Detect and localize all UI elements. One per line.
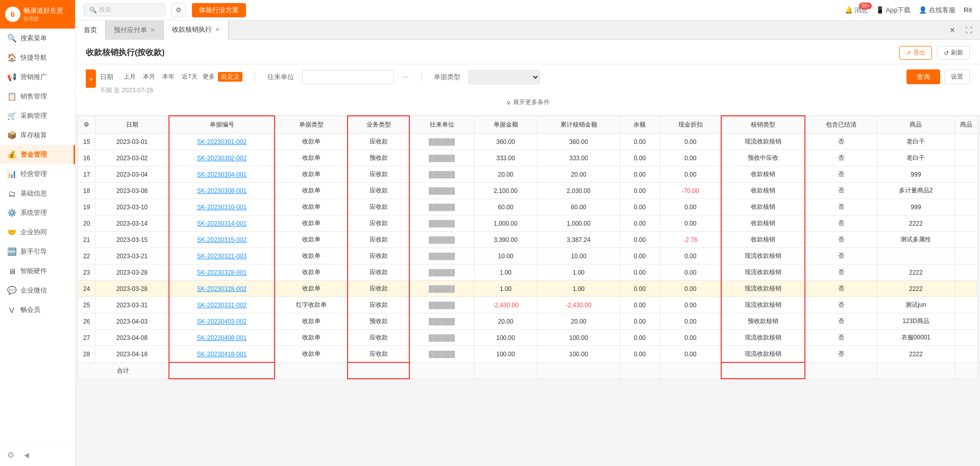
cell-sn[interactable]: SK-20230403-002 <box>169 313 275 330</box>
expand-more-btn[interactable]: ∨ 展开更多条件 <box>506 98 550 107</box>
partner-more-btn[interactable]: ··· <box>402 72 409 82</box>
cell-type: 收款单 <box>275 134 347 150</box>
message-btn[interactable]: 🔔 消息 99+ <box>845 6 868 15</box>
sidebar-item-inventory[interactable]: 📦库存核算 <box>0 126 75 145</box>
tab-prepay[interactable]: 预付应付单 ✕ <box>106 20 164 40</box>
sidebar-item-wechat[interactable]: 💬企业微信 <box>0 281 75 300</box>
cell-sn[interactable]: SK-20230418-001 <box>169 346 275 363</box>
cell-cash-discount: 0.00 <box>660 297 722 313</box>
sidebar-item-basic[interactable]: 🗂基础信息 <box>0 184 75 203</box>
cell-biz-type: 应收款 <box>348 264 410 281</box>
service-btn[interactable]: 👤 在线客服 <box>919 6 955 15</box>
filter-area: » 日期 上月 本月 本年 近7天 更多 自定义 往来单位 <box>76 64 980 115</box>
date-more[interactable]: 更多 <box>203 72 215 81</box>
enterprise-icon: 🤝 <box>7 228 16 237</box>
cell-product2 <box>955 264 978 281</box>
cell-include-cleared: 否 <box>805 248 877 264</box>
tab-receipt[interactable]: 收款核销执行 ✕ <box>164 20 229 40</box>
sidebar-item-operations[interactable]: 📊经营管理 <box>0 164 75 184</box>
type-select[interactable] <box>469 70 540 84</box>
cell-date: 2023-04-03 <box>95 313 169 330</box>
sidebar-item-marketing[interactable]: 📢营销推广 <box>0 67 75 87</box>
cell-no: 18 <box>78 183 95 199</box>
query-btn[interactable]: 查询 <box>906 69 940 84</box>
solution-btn[interactable]: 体验行业方案 <box>192 3 246 17</box>
sidebar-logo: 6 畅康道好生意 标准版 <box>0 0 75 29</box>
sidebar-item-search[interactable]: 🔍搜索菜单 <box>0 29 75 48</box>
sidebar-item-sales[interactable]: 📋销售管理 <box>0 87 75 106</box>
topbar-search[interactable]: 🔍 搜索 <box>84 4 165 16</box>
cell-product2 <box>955 215 978 232</box>
cell-sn[interactable]: SK-20230408-001 <box>169 330 275 346</box>
date-custom-btn[interactable]: 自定义 <box>218 72 242 82</box>
cell-amount: 20.00 <box>474 166 537 183</box>
cell-balance: 0.00 <box>620 248 659 264</box>
cell-biz-type: 应收款 <box>348 183 410 199</box>
date-this-year[interactable]: 本年 <box>160 71 177 82</box>
sidebar-item-purchase[interactable]: 🛒采购管理 <box>0 106 75 126</box>
cell-cancel-amount: 333.00 <box>537 150 620 166</box>
cell-no: 17 <box>78 166 95 183</box>
sidebar-label-enterprise: 企业协同 <box>20 228 47 237</box>
cell-cancel-type: 预收款核销 <box>721 313 804 330</box>
date-this-month[interactable]: 本月 <box>141 71 157 82</box>
tab-prepay-close[interactable]: ✕ <box>150 27 155 34</box>
cell-cancel-type: 预收中应收 <box>721 150 804 166</box>
cell-product: 衣服00001 <box>877 330 954 346</box>
cell-amount: 360.00 <box>474 134 537 150</box>
cell-sn[interactable]: SK-20230308-001 <box>169 183 275 199</box>
cell-sn[interactable]: SK-20230328-002 <box>169 281 275 297</box>
tab-home[interactable]: 首页 <box>76 20 106 40</box>
sidebar-bottom[interactable]: ⚙ ◀ <box>0 443 75 466</box>
table-container[interactable]: ⚙ 日期 单据编号 单据类型 业务类型 往来单位 单据金额 累计核销金额 余额 … <box>76 115 980 466</box>
refresh-icon: ↺ <box>944 50 949 57</box>
cell-cancel-amount: 100.00 <box>537 330 620 346</box>
settings-btn[interactable]: 设置 <box>944 69 970 84</box>
cell-date: 2023-03-21 <box>95 248 169 264</box>
cell-sn[interactable]: SK-20230314-001 <box>169 215 275 232</box>
cell-sn[interactable]: SK-20230321-003 <box>169 248 275 264</box>
sidebar-label-marketing: 营销推广 <box>20 72 47 82</box>
refresh-btn[interactable]: ↺ 刷新 <box>937 46 970 60</box>
sidebar-item-finance[interactable]: 💰资金管理 <box>0 145 75 164</box>
sidebar-label-wechat: 企业微信 <box>20 286 47 295</box>
cell-sn[interactable]: SK-20230302-002 <box>169 150 275 166</box>
tab-close-window-btn[interactable]: ✕ <box>946 24 959 36</box>
cell-sn[interactable]: SK-20230328-001 <box>169 264 275 281</box>
sidebar-item-enterprise[interactable]: 🤝企业协同 <box>0 223 75 242</box>
cell-sn[interactable]: SK-20230304-001 <box>169 166 275 183</box>
settings-icon[interactable]: ⚙ <box>7 450 14 460</box>
th-product: 商品 <box>877 116 954 134</box>
cell-partner: ██████ <box>409 264 474 281</box>
sidebar-item-member[interactable]: V畅会员 <box>0 300 75 320</box>
tab-expand-btn[interactable]: ⛶ <box>963 24 975 36</box>
cell-balance: 0.00 <box>620 330 659 346</box>
content: 收款核销执行(按收款) ↗ 导出 ↺ 刷新 » <box>76 40 980 466</box>
app-download-btn[interactable]: 📱 App下载 <box>876 6 911 15</box>
partner-input[interactable] <box>302 70 394 84</box>
cell-no: 23 <box>78 264 95 281</box>
system-icon: ⚙️ <box>7 208 16 217</box>
settings-gear-btn[interactable]: ⚙ <box>172 3 186 17</box>
cell-sn[interactable]: SK-20230301-002 <box>169 134 275 150</box>
tab-receipt-close[interactable]: ✕ <box>215 26 220 33</box>
sidebar-item-hardware[interactable]: 🖥智能硬件 <box>0 261 75 281</box>
cell-type: 红字收款单 <box>275 297 347 313</box>
cell-partner: ██████ <box>409 232 474 248</box>
cell-sn[interactable]: SK-20230310-001 <box>169 199 275 215</box>
export-btn[interactable]: ↗ 导出 <box>899 46 932 60</box>
filter-collapse-btn[interactable]: » <box>86 69 96 88</box>
cell-sn[interactable]: SK-20230331-002 <box>169 297 275 313</box>
date-last-month[interactable]: 上月 <box>121 71 138 82</box>
cell-sn[interactable]: SK-20230315-002 <box>169 232 275 248</box>
date-7days[interactable]: 近7天 <box>180 71 200 82</box>
user-name[interactable]: Rit <box>964 6 972 14</box>
sidebar-item-guide[interactable]: 🆕新手引导 <box>0 242 75 261</box>
sidebar-item-system[interactable]: ⚙️系统管理 <box>0 203 75 223</box>
cell-product: 2222 <box>877 281 954 297</box>
cell-balance: 0.00 <box>620 215 659 232</box>
cell-cash-discount: 0.00 <box>660 330 722 346</box>
collapse-btn[interactable]: ◀ <box>20 449 33 461</box>
sidebar-item-shortcut[interactable]: 🏠快捷导航 <box>0 48 75 67</box>
cell-cancel-amount: -2,430.00 <box>537 297 620 313</box>
